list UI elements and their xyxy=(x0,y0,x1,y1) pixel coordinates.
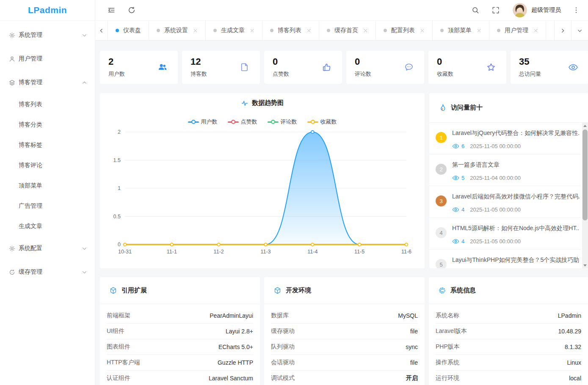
sidebar-menu: 系统管理用户管理博客管理博客列表博客分类博客标签博客评论顶部菜单广告管理生成文章… xyxy=(0,21,95,284)
visit-item-2[interactable]: 3Laravel后端如何高效对接微信小程序？完整代码...42025-11-05… xyxy=(429,186,581,218)
sidebar-item-label: 博客标签 xyxy=(19,141,42,149)
sidebar-item-3[interactable]: 博客列表 xyxy=(0,94,95,115)
tab-close-icon[interactable] xyxy=(193,28,198,33)
tab-close-icon[interactable] xyxy=(250,28,254,33)
tab-close-icon[interactable] xyxy=(363,28,368,33)
tab-4[interactable]: 缓存首页 xyxy=(319,21,376,40)
stat-label: 用户数 xyxy=(108,70,125,78)
visit-item-3[interactable]: 4HTML5源码解析：如何在Node.js中高效处理HT...42025-11-… xyxy=(429,218,581,250)
sidebar-item-4[interactable]: 博客分类 xyxy=(0,115,95,135)
top-header: 超级管理员 xyxy=(95,0,588,21)
scrollbar-thumb[interactable] xyxy=(582,129,588,220)
tab-close-icon[interactable] xyxy=(533,28,538,33)
tab-status-dot xyxy=(213,29,217,32)
sidebar-item-2[interactable]: 博客管理 xyxy=(0,71,95,94)
sidebar-item-label: 缓存管理 xyxy=(19,268,42,276)
star-icon xyxy=(486,62,496,72)
legend-item-0[interactable]: 用户数 xyxy=(188,118,218,125)
info-panel-header: 引用扩展 xyxy=(100,277,260,304)
sidebar-item-6[interactable]: 博客评论 xyxy=(0,155,95,176)
legend-item-1[interactable]: 点赞数 xyxy=(228,118,257,125)
visit-date: 2025-11-05 00:00:00 xyxy=(470,206,521,213)
info-row-label: 运行环境 xyxy=(436,374,459,382)
sidebar-item-8[interactable]: 广告管理 xyxy=(0,196,95,216)
top-visits-panel: 访问量前十 1Laravel与jQuery代码整合：如何解决常见兼容性...62… xyxy=(429,93,588,268)
tab-6[interactable]: 顶部菜单 xyxy=(433,21,489,40)
info-row-label: 前端框架 xyxy=(107,312,130,319)
middle-row: 数据趋势图 用户数点赞数评论数收藏数 00.511.5210-3111-111-… xyxy=(100,93,588,268)
app-logo: LPadmin xyxy=(0,0,95,21)
tabs-scroll-left-button[interactable] xyxy=(95,21,108,40)
visit-item-1[interactable]: 2第一篇多语言文章52025-11-04 00:00:00 xyxy=(429,154,581,186)
list-scrollbar[interactable] xyxy=(582,123,588,268)
svg-text:1: 1 xyxy=(118,185,121,191)
tabs-scroll-right-button[interactable] xyxy=(554,21,571,40)
tab-status-dot xyxy=(270,29,273,32)
tab-3[interactable]: 博客列表 xyxy=(262,21,319,40)
sidebar-item-1[interactable]: 用户管理 xyxy=(0,47,95,71)
stat-texts: 35总访问量 xyxy=(519,57,541,77)
username[interactable]: 超级管理员 xyxy=(531,6,561,14)
avatar[interactable] xyxy=(513,3,527,17)
tab-2[interactable]: 生成文章 xyxy=(206,21,262,40)
legend-item-3[interactable]: 收藏数 xyxy=(307,118,337,125)
tab-0[interactable]: 仪表盘 xyxy=(108,21,149,40)
tab-close-icon[interactable] xyxy=(306,28,311,33)
stat-value: 0 xyxy=(355,57,371,67)
tab-close-icon[interactable] xyxy=(477,28,481,33)
tab-5[interactable]: 配置列表 xyxy=(376,21,433,40)
layers-icon xyxy=(8,79,16,86)
flame-icon xyxy=(439,104,447,112)
stat-card-0: 2用户数 xyxy=(100,51,178,84)
visit-item-0[interactable]: 1Laravel与jQuery代码整合：如何解决常见兼容性...62025-11… xyxy=(429,123,581,154)
tabs-dropdown-button[interactable] xyxy=(571,21,588,40)
collapse-sidebar-icon[interactable] xyxy=(107,6,116,14)
info-row-label: 数据库 xyxy=(271,312,289,319)
search-icon[interactable] xyxy=(471,6,480,14)
sidebar-item-7[interactable]: 顶部菜单 xyxy=(0,176,95,196)
visit-title: Laravel后端如何高效对接微信小程序？完整代码... xyxy=(452,193,580,201)
trend-chart: 00.511.5210-3111-111-211-311-411-511-6 xyxy=(100,127,425,264)
tab-7[interactable]: 用户管理 xyxy=(489,21,546,40)
tabs-strip: 仪表盘系统设置生成文章博客列表缓存首页配置列表顶部菜单用户管理 xyxy=(108,21,546,40)
sidebar-item-10[interactable]: 系统配置 xyxy=(0,236,95,260)
scrollbar-up-arrow[interactable] xyxy=(582,123,588,129)
scrollbar-down-arrow[interactable] xyxy=(582,262,588,268)
info-row: HTTP客户端Guzzle HTTP xyxy=(107,355,253,371)
refresh-icon xyxy=(8,269,16,276)
tab-1[interactable]: 系统设置 xyxy=(149,21,206,40)
sidebar-item-label: 博客分类 xyxy=(19,121,42,129)
visit-body: Laravel后端如何高效对接微信小程序？完整代码...42025-11-05 … xyxy=(452,192,580,217)
info-row: 操作系统Linux xyxy=(436,355,581,371)
stat-card-3: 0评论数 xyxy=(346,51,424,84)
more-menu-icon[interactable] xyxy=(572,6,580,14)
info-rows: 前端框架PearAdminLayuiUI组件Layui 2.8+图表组件ECha… xyxy=(100,304,260,385)
info-row: 数据库MySQL xyxy=(271,308,418,324)
fullscreen-icon[interactable] xyxy=(491,6,500,14)
visit-item-4[interactable]: 5Layui与ThinkPHP如何完美整合？5个实战技巧助...42025-11… xyxy=(429,250,581,268)
cube-icon xyxy=(273,286,282,294)
stat-texts: 0评论数 xyxy=(355,57,371,77)
legend-label: 收藏数 xyxy=(320,118,337,126)
sidebar-item-9[interactable]: 生成文章 xyxy=(0,216,95,236)
sidebar-item-label: 生成文章 xyxy=(19,223,42,230)
stat-card-1: 12博客数 xyxy=(182,51,260,84)
info-row: 认证组件Laravel Sanctum xyxy=(107,371,253,385)
refresh-page-icon[interactable] xyxy=(127,6,136,14)
sidebar-item-label: 博客评论 xyxy=(19,162,42,169)
tab-label: 配置列表 xyxy=(391,27,415,34)
info-panel-header: 系统信息 xyxy=(429,277,588,304)
thumbs-up-icon xyxy=(322,62,332,72)
tab-close-icon[interactable] xyxy=(420,28,425,33)
visit-views: 6 xyxy=(461,143,464,149)
info-row-value: Linux xyxy=(567,359,581,366)
visit-body: Layui与ThinkPHP如何完美整合？5个实战技巧助...42025-11-… xyxy=(452,255,580,268)
sidebar-item-11[interactable]: 缓存管理 xyxy=(0,260,95,284)
tab-label: 仪表盘 xyxy=(123,27,141,34)
tab-label: 顶部菜单 xyxy=(448,27,472,34)
sidebar-item-0[interactable]: 系统管理 xyxy=(0,23,95,47)
sidebar-item-5[interactable]: 博客标签 xyxy=(0,135,95,155)
legend-item-2[interactable]: 评论数 xyxy=(268,118,297,125)
info-row: 缓存驱动file xyxy=(271,324,418,339)
chevron-up-icon xyxy=(82,80,87,85)
